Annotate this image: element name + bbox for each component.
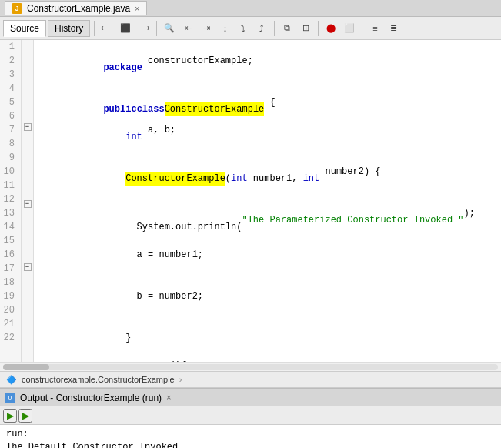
toolbar-btn-search[interactable]: 🔍 (161, 20, 178, 37)
fold-btn-18[interactable]: − (24, 263, 32, 271)
fold-btn-7[interactable]: − (24, 123, 32, 131)
scrollbar-track[interactable] (3, 364, 498, 370)
editor-tab[interactable]: J ConstructorExample.java × (5, 1, 147, 15)
code-line-1 (37, 40, 498, 54)
toolbar-btn-10[interactable]: ⊞ (297, 20, 314, 37)
output-panel-icon: O (5, 393, 15, 403)
fold-btn-13[interactable]: − (24, 200, 32, 208)
scrollbar-thumb[interactable] (3, 364, 49, 370)
code-line-11: b = number2; (37, 276, 498, 317)
toolbar-btn-11[interactable]: ⬜ (341, 20, 358, 37)
source-tab[interactable]: Source (3, 20, 46, 37)
toolbar-separator-4 (318, 21, 319, 36)
title-bar: J ConstructorExample.java × (0, 0, 501, 17)
output-run-button-2[interactable]: ▶ (18, 409, 32, 423)
java-file-icon: J (12, 3, 22, 14)
breadcrumb-icon: 🔷 (6, 375, 17, 385)
editor-horizontal-scrollbar[interactable] (0, 362, 501, 371)
code-line-3 (37, 82, 498, 95)
toolbar-btn-5[interactable]: ⇥ (198, 20, 215, 37)
editor-toolbar: Source History ⟵ ⬛ ⟶ 🔍 ⇤ ⇥ ↕ ⤵ ⤴ ⧉ ⊞ ⬤ ⬜… (0, 17, 501, 40)
code-line-7: ConstructorExample(int number1, int numb… (37, 165, 498, 192)
toolbar-separator-5 (362, 21, 362, 36)
toolbar-btn-9[interactable]: ⧉ (279, 20, 296, 37)
toolbar-btn-7[interactable]: ⤵ (235, 20, 252, 37)
output-tab-title: Output - ConstructorExample (run) (20, 393, 162, 403)
code-line-5: int a, b; (37, 123, 498, 151)
toolbar-separator-1 (94, 21, 95, 36)
toolbar-btn-13[interactable]: ≣ (385, 20, 402, 37)
breadcrumb-arrow: › (179, 375, 182, 384)
code-line-4: public class ConstructorExample { (37, 95, 498, 123)
line-numbers: 1 2 3 4 5 6 7 8 9 10 11 12 13 14 15 16 1… (0, 40, 22, 362)
code-content[interactable]: package constructorExample; public class… (34, 40, 501, 362)
code-line-12: } (37, 317, 498, 359)
output-line-1: run: (6, 428, 495, 441)
code-area: 1 2 3 4 5 6 7 8 9 10 11 12 13 14 15 16 1… (0, 40, 501, 362)
code-line-6 (37, 151, 498, 165)
output-title-bar: O Output - ConstructorExample (run) × (0, 389, 501, 406)
editor-tab-title: ConstructorExample.java (27, 3, 130, 14)
editor-statusbar: 🔷 constructorexample.ConstructorExample … (0, 371, 501, 388)
output-run-button-1[interactable]: ▶ (3, 409, 17, 423)
output-tab-close[interactable]: × (166, 393, 172, 403)
toolbar-btn-8[interactable]: ⤴ (253, 20, 270, 37)
fold-gutter: − − − (22, 40, 34, 362)
code-line-9: System.out.println("The Parameterized Co… (37, 206, 498, 234)
history-tab[interactable]: History (48, 20, 90, 37)
output-toolbar: ▶ ▶ (0, 406, 501, 425)
code-line-8 (37, 192, 498, 206)
toolbar-btn-1[interactable]: ⟵ (99, 20, 115, 37)
toolbar-btn-6[interactable]: ↕ (216, 20, 233, 37)
code-editor: 1 2 3 4 5 6 7 8 9 10 11 12 13 14 15 16 1… (0, 40, 501, 371)
output-line-2: The Default Constructor Invoked (6, 441, 495, 448)
toolbar-btn-3[interactable]: ⟶ (135, 20, 152, 37)
toolbar-btn-2[interactable]: ⬛ (117, 20, 134, 37)
code-line-2: package constructorExample; (37, 54, 498, 82)
toolbar-btn-record[interactable]: ⬤ (322, 20, 339, 37)
toolbar-separator-2 (156, 21, 157, 36)
editor-tab-close[interactable]: × (135, 4, 139, 13)
toolbar-btn-4[interactable]: ⇤ (179, 20, 196, 37)
code-line-10: a = number1; (37, 234, 498, 276)
output-content: run: The Default Constructor Invoked Sum… (0, 425, 501, 448)
toolbar-separator-3 (274, 21, 275, 36)
output-panel: O Output - ConstructorExample (run) × ▶ … (0, 388, 501, 448)
breadcrumb-text: constructorexample.ConstructorExample (22, 375, 175, 384)
toolbar-btn-12[interactable]: ≡ (366, 20, 383, 37)
